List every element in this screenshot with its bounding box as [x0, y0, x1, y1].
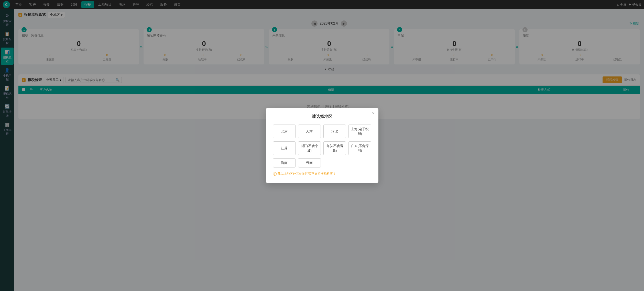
region-btn-guangdong[interactable]: 广东(不含深圳)	[348, 141, 371, 155]
region-btn-empty-1	[323, 158, 346, 167]
region-btn-beijing[interactable]: 北京	[273, 125, 296, 138]
warning-icon: !	[273, 172, 277, 176]
region-btn-empty-2	[348, 158, 371, 167]
region-btn-shandong[interactable]: 山东(不含青岛)	[323, 141, 346, 155]
modal-title: 请选择地区	[273, 114, 371, 119]
region-row-3: 海南 云南	[273, 158, 371, 167]
region-btn-yunnan[interactable]: 云南	[298, 158, 321, 167]
region-btn-jiangsu[interactable]: 江苏	[273, 141, 296, 155]
region-btn-tianjin[interactable]: 天津	[298, 125, 321, 138]
modal-warning: ! 除以上地区外其他地区暂不支持报税检查！	[273, 172, 371, 176]
region-btn-zhejiang[interactable]: 浙江(不含宁波)	[298, 141, 321, 155]
region-select-modal: × 请选择地区 北京 天津 河北 上海(电子税局) 江苏 浙江(不含宁波) 山东…	[266, 108, 378, 183]
region-btn-hainan[interactable]: 海南	[273, 158, 296, 167]
modal-close-btn[interactable]: ×	[372, 111, 375, 116]
warning-text: 除以上地区外其他地区暂不支持报税检查！	[278, 172, 336, 176]
region-btn-shanghai[interactable]: 上海(电子税局)	[348, 125, 371, 138]
region-btn-hebei[interactable]: 河北	[323, 125, 346, 138]
modal-overlay[interactable]: × 请选择地区 北京 天津 河北 上海(电子税局) 江苏 浙江(不含宁波) 山东…	[0, 0, 644, 291]
region-row-2: 江苏 浙江(不含宁波) 山东(不含青岛) 广东(不含深圳)	[273, 141, 371, 155]
region-row-1: 北京 天津 河北 上海(电子税局)	[273, 125, 371, 138]
